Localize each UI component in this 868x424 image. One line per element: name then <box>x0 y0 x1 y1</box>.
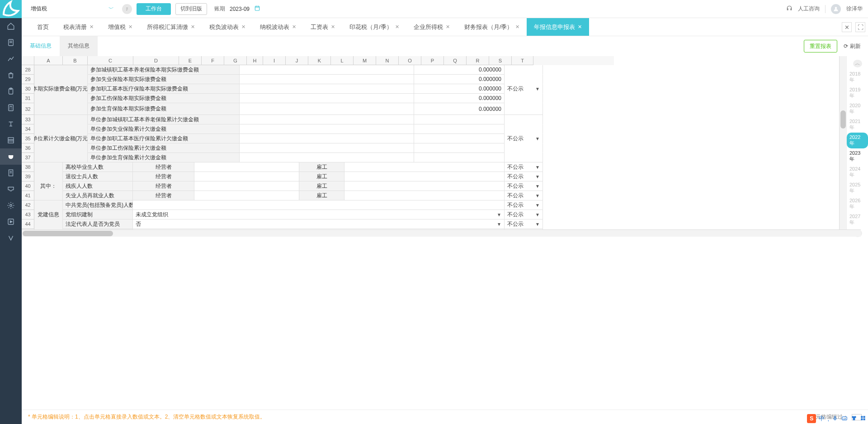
publish-cell[interactable]: 不公示▼ <box>505 200 543 210</box>
input-cell[interactable] <box>194 181 299 191</box>
tab-salary[interactable]: 工资表✕ <box>303 18 342 36</box>
tab-stamp[interactable]: 印花税（月/季）✕ <box>342 18 406 36</box>
value-cell[interactable] <box>414 124 505 134</box>
year-item[interactable]: 2025年 <box>847 180 868 196</box>
row-header[interactable]: 34 <box>22 124 34 134</box>
user-name[interactable]: 徐泽华 <box>846 5 863 13</box>
tab-annual-report[interactable]: 年报信息申报表✕ <box>527 18 589 36</box>
row-header[interactable]: 40 <box>22 181 34 191</box>
input-cell[interactable] <box>240 65 414 75</box>
publish-cell[interactable] <box>505 75 543 84</box>
tab-tax-list[interactable]: 税表清册✕ <box>56 18 101 36</box>
input-cell[interactable] <box>240 134 414 143</box>
value-cell[interactable]: 0.000000 <box>414 103 505 115</box>
tab-fin-report[interactable]: 财务报表（月/季）✕ <box>457 18 527 36</box>
value-cell[interactable]: 0.000000 <box>414 75 505 84</box>
nav-inbox-icon[interactable] <box>0 181 22 197</box>
row-header[interactable]: 28 <box>22 65 34 75</box>
row-header[interactable]: 43 <box>22 210 34 219</box>
input-cell[interactable] <box>194 191 299 200</box>
year-item[interactable]: 2026年 <box>847 196 868 212</box>
tab-home[interactable]: 首页 <box>30 18 56 36</box>
input-cell[interactable] <box>240 103 414 115</box>
close-icon[interactable]: ✕ <box>241 24 245 30</box>
value-cell[interactable] <box>414 134 505 143</box>
input-cell[interactable] <box>344 191 505 200</box>
refresh-button[interactable]: ⟳ 刷新 <box>844 43 861 50</box>
expand-icon[interactable]: ⛶ <box>855 22 865 32</box>
close-all-icon[interactable]: ✕ <box>842 22 852 32</box>
row-header[interactable]: 39 <box>22 172 34 181</box>
ime-tool-icon[interactable] <box>860 415 866 423</box>
value-cell[interactable] <box>414 143 505 153</box>
input-cell[interactable] <box>240 124 414 134</box>
publish-cell[interactable] <box>505 124 543 134</box>
publish-cell[interactable]: 不公示▼ <box>505 84 543 94</box>
nav-text-icon[interactable] <box>0 116 22 132</box>
row-header[interactable]: 32 <box>22 103 34 115</box>
close-icon[interactable]: ✕ <box>578 24 582 30</box>
nav-play-icon[interactable] <box>0 214 22 230</box>
select-cell[interactable]: 否▼ <box>133 219 505 229</box>
publish-cell[interactable]: 不公示▼ <box>505 134 543 143</box>
publish-cell[interactable] <box>505 94 543 103</box>
input-cell[interactable] <box>240 75 414 84</box>
value-cell[interactable]: 0.000000 <box>414 65 505 75</box>
year-item[interactable]: 2018年 <box>847 69 868 85</box>
subtab-other[interactable]: 其他信息 <box>60 36 98 56</box>
tab-tax-burden[interactable]: 税负波动表✕ <box>202 18 253 36</box>
subtab-basic[interactable]: 基础信息 <box>22 36 60 56</box>
ime-punct[interactable]: , <box>827 415 829 422</box>
nav-doc-icon[interactable] <box>0 34 22 51</box>
nav-v-icon[interactable] <box>0 230 22 246</box>
value-cell[interactable]: 0.000000 <box>414 84 505 94</box>
vertical-scrollbar[interactable] <box>839 56 846 229</box>
input-cell[interactable] <box>194 172 299 181</box>
user-avatar[interactable] <box>831 4 841 14</box>
year-up-icon[interactable]: ︿ <box>853 60 862 67</box>
company-selector[interactable]: 增值税 ﹀ <box>27 3 118 15</box>
ime-mic-icon[interactable] <box>832 415 838 423</box>
year-item[interactable]: 2023年 <box>847 148 868 164</box>
publish-cell[interactable]: 不公示▼ <box>505 162 543 172</box>
close-icon[interactable]: ✕ <box>515 24 519 30</box>
nav-gear-icon[interactable] <box>0 197 22 214</box>
row-header[interactable]: 35 <box>22 134 34 143</box>
support-link[interactable]: 人工咨询 <box>798 5 820 13</box>
close-icon[interactable]: ✕ <box>331 24 335 30</box>
spreadsheet[interactable]: A B C D E F G H I J K L M N O <box>22 56 839 229</box>
publish-cell[interactable]: 不公示▼ <box>505 210 543 219</box>
row-header[interactable]: 44 <box>22 219 34 229</box>
tab-corp-income[interactable]: 企业所得税✕ <box>406 18 457 36</box>
workbench-button[interactable]: 工作台 <box>137 3 171 15</box>
close-icon[interactable]: ✕ <box>395 24 399 30</box>
publish-cell[interactable] <box>505 65 543 75</box>
ime-skin-icon[interactable] <box>851 415 857 423</box>
select-cell[interactable]: 未成立党组织▼ <box>133 210 505 219</box>
close-icon[interactable]: ✕ <box>292 24 296 30</box>
close-icon[interactable]: ✕ <box>128 24 132 30</box>
input-cell[interactable] <box>344 181 505 191</box>
publish-cell[interactable] <box>505 143 543 153</box>
horizontal-scrollbar[interactable] <box>22 229 861 237</box>
input-cell[interactable] <box>133 200 505 210</box>
year-item[interactable]: 2027年 <box>847 212 868 228</box>
round-icon-button[interactable] <box>122 4 132 14</box>
year-item[interactable]: 2019年 <box>847 85 868 101</box>
input-cell[interactable] <box>240 94 414 103</box>
year-item[interactable]: 2022年 <box>847 133 868 148</box>
input-cell[interactable] <box>344 172 505 181</box>
ime-keyboard-icon[interactable] <box>841 415 848 423</box>
publish-cell[interactable]: 不公示▼ <box>505 181 543 191</box>
year-item[interactable]: 2020年 <box>847 101 868 117</box>
publish-cell[interactable] <box>505 115 543 124</box>
input-cell[interactable] <box>240 153 414 162</box>
publish-cell[interactable] <box>505 103 543 115</box>
year-item[interactable]: 2024年 <box>847 164 868 180</box>
nav-active-icon[interactable] <box>0 148 22 165</box>
publish-cell[interactable] <box>505 153 543 162</box>
nav-bag-icon[interactable] <box>0 67 22 83</box>
close-icon[interactable]: ✕ <box>446 24 450 30</box>
row-header[interactable]: 29 <box>22 75 34 84</box>
value-cell[interactable]: 0.000000 <box>414 94 505 103</box>
